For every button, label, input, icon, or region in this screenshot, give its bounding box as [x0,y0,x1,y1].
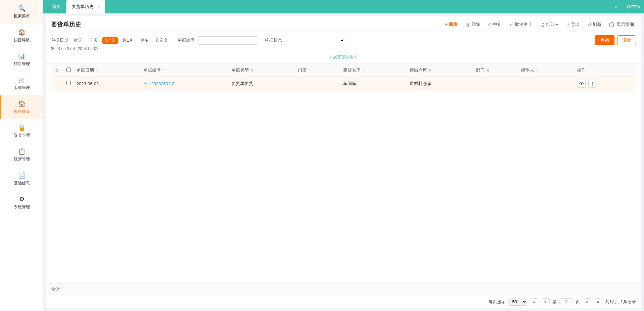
td-docno: YH-20230602-0 [141,77,229,91]
sidebar-item-inventory[interactable]: 🏠 库存核算 [0,95,43,119]
prev-page-btn[interactable]: < [541,298,550,305]
export-icon: ↗ [566,22,570,27]
delete-icon: 🗑 [466,22,470,27]
refresh-icon: ↺ [588,22,591,27]
window-minimize-btn[interactable]: — [600,4,604,9]
th-doctype[interactable]: 单据类型 ⇅ [229,64,295,77]
display-detail-button[interactable]: 显示明细 [607,20,636,29]
th-handler[interactable]: 经手人 ⇅ [519,64,575,77]
window-close-btn[interactable]: × [615,4,618,9]
tab-requisition-history[interactable]: 要货单历史 × [66,0,105,13]
summary-label: 合计： [51,286,64,292]
filter-action-btns: 查询 设置 [595,35,636,45]
th-req-warehouse[interactable]: 要货仓库 ⇅ [340,64,407,77]
table-row: 1 2023-06-02 YH-20230602-0 要货单要货 车间库 原材料… [51,77,636,91]
data-table: ⚙ 单据日期 ⇅ 单据编号 ⇅ 单据类型 [51,64,636,91]
page-number-input[interactable] [559,298,573,305]
filter-row: 单据日期 昨天 今天 近7天 近1月 更多 自定义 单据编号 [51,35,636,45]
print-icon: 🖨 [540,22,545,27]
stop-button[interactable]: ⊘ 中止 [486,20,504,29]
stop-icon: ⊘ [488,22,492,27]
sidebar-item-label: 资金管理 [14,133,30,138]
td-handler [519,77,575,91]
finance-icon: 🔒 [18,124,25,131]
sidebar-item-system[interactable]: ⚙ 系统管理 [0,191,43,215]
sort-docno-icon: ⇅ [163,69,166,72]
status-select[interactable] [285,36,345,45]
first-page-btn[interactable]: « [530,298,538,305]
date-filter-group: 单据日期 昨天 今天 近7天 近1月 更多 自定义 [51,37,171,44]
sort-store-icon: ⇅ [308,69,311,72]
sidebar-item-search[interactable]: 🔍 搜索菜单 [0,0,43,24]
brand-label: OfTEn [627,4,640,9]
sidebar-item-label: 系统管理 [14,204,30,210]
refresh-button[interactable]: ↺ 刷新 [586,20,603,29]
sidebar-item-quick-nav[interactable]: 🏠 快捷导航 [0,24,43,48]
th-settings[interactable]: ⚙ [51,64,63,77]
table-footer: 合计： [46,283,641,295]
td-pending-warehouse: 原材料仓库 [407,77,473,91]
sort-date-icon: ⇅ [96,69,99,72]
settings-button[interactable]: 设置 [617,35,636,45]
sidebar-item-label: 搜索菜单 [14,13,30,19]
sidebar-item-label: 销售管理 [14,61,30,67]
inventory-icon: 🏠 [18,100,25,107]
th-date[interactable]: 单据日期 ⇅ [74,64,141,77]
td-checkbox [63,77,74,91]
th-docno[interactable]: 单据编号 ⇅ [141,64,229,77]
purchase-icon: 🛒 [18,76,25,84]
td-operation: 👁 ⋮ [574,77,636,91]
page-size-select[interactable]: 50 10 20 100 [508,298,527,306]
main-area: 首页 要货单历史 × — □ × OfTEn 要货单历史 + 新增 🗑 删除 [43,0,644,311]
td-store [295,77,340,91]
home-icon: 🏠 [18,29,25,36]
sort-req-warehouse-icon: ⇅ [362,69,365,72]
quick-btn-more[interactable]: 更多 [137,37,151,44]
operations-icon: 📋 [18,148,25,155]
docno-link[interactable]: YH-20230602-0 [144,81,174,86]
quick-btn-yesterday[interactable]: 昨天 [71,37,85,44]
tab-close-icon[interactable]: × [98,4,100,9]
th-dept[interactable]: 部门 ⇅ [473,64,519,77]
quick-btn-custom[interactable]: 自定义 [153,37,171,44]
op-more-btn[interactable]: ⋮ [588,80,596,88]
quick-btn-today[interactable]: 今天 [87,37,101,44]
system-icon: ⚙ [19,195,24,203]
tab-home-label: 首页 [52,4,61,10]
display-detail-checkbox[interactable] [609,23,614,27]
window-maximize-btn[interactable]: □ [608,4,611,9]
th-store[interactable]: 门店 ⇅ [295,64,340,77]
sort-doctype-icon: ⇅ [251,69,253,72]
basic-icon: 📄 [18,172,25,179]
search-icon: 🔍 [18,5,25,12]
delete-button[interactable]: 🗑 删除 [464,20,482,29]
expand-more-btn[interactable]: ▾ 展开更多条件 [51,54,636,60]
date-quick-btns: 昨天 今天 近7天 近1月 更多 自定义 [71,37,171,44]
quick-btn-7days[interactable]: 近7天 [102,37,118,44]
new-button[interactable]: + 新增 [443,20,460,29]
status-filter-group: 单据状态 [265,36,345,45]
sidebar-item-basic[interactable]: 📄 基础信息 [0,167,43,191]
sidebar-item-operations[interactable]: 📋 经营管理 [0,143,43,167]
select-all-checkbox[interactable] [66,68,71,72]
th-pending-warehouse[interactable]: 待出仓库 ⇅ [407,64,473,77]
cancel-stop-button[interactable]: ↩ 取消中止 [508,20,534,29]
sidebar-item-purchase[interactable]: 🛒 采购管理 [0,72,43,95]
quick-btn-1month[interactable]: 近1月 [120,37,136,44]
docno-input[interactable] [198,36,258,45]
total-info: 共1页，1条记录 [605,299,636,305]
op-view-btn[interactable]: 👁 [578,80,586,88]
sidebar-item-finance[interactable]: 🔒 资金管理 [0,119,43,143]
tab-home[interactable]: 首页 [47,0,66,13]
filter-bar: 单据日期 昨天 今天 近7天 近1月 更多 自定义 单据编号 [46,32,641,64]
query-button[interactable]: 查询 [595,35,614,45]
export-button[interactable]: ↗ 导出 [564,20,582,29]
row-checkbox[interactable] [66,81,71,85]
td-doctype: 要货单要货 [229,77,295,91]
next-page-btn[interactable]: > [583,298,591,305]
last-page-btn[interactable]: » [594,298,602,305]
toolbar: + 新增 🗑 删除 ⊘ 中止 ↩ 取消中止 🖨 打印 ▾ [443,20,636,29]
table-container: ⚙ 单据日期 ⇅ 单据编号 ⇅ 单据类型 [46,64,641,283]
sidebar-item-sales[interactable]: 📊 销售管理 [0,48,43,72]
print-button[interactable]: 🖨 打印 ▾ [538,20,560,29]
